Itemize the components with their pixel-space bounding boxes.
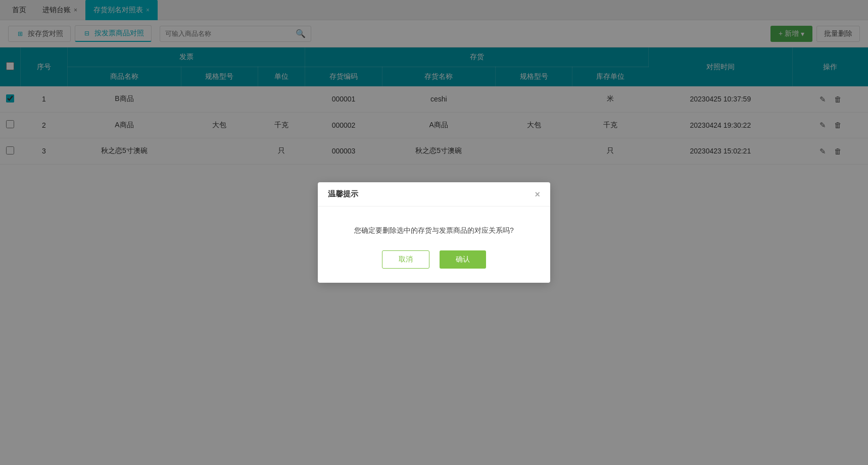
dialog-footer: 取消 确认 <box>318 250 550 283</box>
dialog-confirm-button[interactable]: 确认 <box>440 250 486 269</box>
dialog-overlay: 温馨提示 × 您确定要删除选中的存货与发票商品的对应关系吗? 取消 确认 <box>0 0 868 465</box>
dialog-body: 您确定要删除选中的存货与发票商品的对应关系吗? <box>318 206 550 250</box>
confirm-dialog: 温馨提示 × 您确定要删除选中的存货与发票商品的对应关系吗? 取消 确认 <box>318 182 550 282</box>
dialog-header: 温馨提示 × <box>318 182 550 206</box>
dialog-title: 温馨提示 <box>328 189 358 199</box>
dialog-message: 您确定要删除选中的存货与发票商品的对应关系吗? <box>354 226 514 234</box>
dialog-cancel-button[interactable]: 取消 <box>382 250 429 269</box>
dialog-close-button[interactable]: × <box>535 190 540 199</box>
